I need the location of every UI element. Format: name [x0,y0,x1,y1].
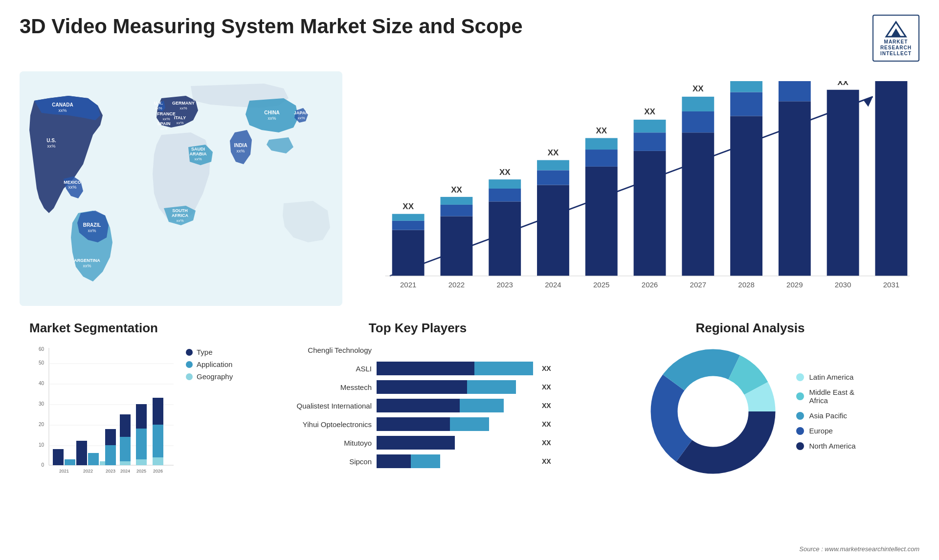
bar-seg [377,436,455,450]
svg-marker-1 [891,28,901,37]
bar-seg [377,399,460,412]
svg-text:2023: 2023 [106,469,115,474]
svg-text:xx%: xx% [162,117,170,121]
regional-title: Regional Analysis [591,321,910,336]
svg-text:2025: 2025 [593,280,609,289]
svg-text:SOUTH: SOUTH [172,208,188,213]
legend-asia-pacific: Asia Pacific [796,411,855,420]
svg-rect-78 [779,81,811,101]
segmentation-section: Market Segmentation 0 10 20 30 40 50 60 [20,316,254,521]
svg-text:XX: XX [837,81,849,87]
legend-north-america: North America [796,442,855,450]
svg-text:SAUDI: SAUDI [191,147,205,151]
bottom-section: Market Segmentation 0 10 20 30 40 50 60 [20,316,919,521]
player-bar [377,399,533,412]
svg-text:0: 0 [41,462,44,468]
svg-rect-39 [392,214,425,221]
mea-dot [796,392,804,400]
svg-text:2026: 2026 [642,280,658,289]
svg-rect-68 [682,111,714,132]
player-bar [377,362,533,375]
svg-rect-102 [53,449,64,465]
svg-text:MEXICO: MEXICO [64,180,81,185]
player-bar [377,380,533,394]
svg-text:JAPAN: JAPAN [294,110,309,115]
north-america-dot [796,442,804,450]
source-text: Source : www.marketresearchintellect.com [799,545,919,553]
bar-seg [377,362,474,375]
player-name: Yihui Optoelectronics [279,420,372,429]
player-bar [377,343,533,357]
page-title: 3D Video Measuring System Market Size an… [20,15,523,38]
svg-rect-118 [136,459,147,465]
players-section: Top Key Players Chengli Technology ASLI … [269,316,566,521]
svg-rect-64 [634,120,666,132]
player-name: Messtech [279,383,372,391]
players-title: Top Key Players [279,321,557,336]
svg-rect-42 [441,216,473,276]
svg-rect-62 [634,151,666,276]
bar-seg [460,399,504,412]
bar-seg [467,380,516,394]
svg-rect-63 [634,132,666,151]
svg-text:xx%: xx% [268,116,276,121]
legend-mea: Middle East &Africa [796,388,855,405]
player-value: XX [542,457,557,465]
svg-text:2030: 2030 [835,280,851,289]
player-bar [377,454,533,468]
svg-rect-106 [88,453,99,465]
north-america-label: North America [809,442,855,450]
svg-text:2023: 2023 [496,280,513,289]
bar-seg [377,380,467,394]
regional-legend: Latin America Middle East &Africa Asia P… [796,373,855,450]
svg-rect-74 [730,81,762,92]
player-row-qualistest: Qualistest International XX [279,399,557,412]
regional-section: Regional Analysis [581,316,919,521]
svg-rect-53 [537,170,569,185]
svg-rect-49 [489,179,521,189]
header: 3D Video Measuring System Market Size an… [20,15,919,62]
bar-seg [377,454,411,468]
donut-chart [645,343,782,480]
asia-pacific-dot [796,412,804,420]
svg-rect-69 [682,97,714,111]
svg-text:AFRICA: AFRICA [172,213,188,218]
svg-text:xx%: xx% [68,185,76,190]
svg-text:ARABIA: ARABIA [190,151,207,156]
svg-text:2027: 2027 [690,280,706,289]
svg-rect-77 [779,101,811,276]
svg-point-129 [680,378,746,445]
svg-text:SPAIN: SPAIN [157,121,171,126]
page: 3D Video Measuring System Market Size an… [0,0,939,560]
svg-text:10: 10 [39,442,45,448]
latin-america-dot [796,373,804,381]
player-name: ASLI [279,365,372,373]
player-name: Mitutoyo [279,439,372,447]
svg-rect-52 [537,185,569,276]
svg-rect-67 [682,132,714,276]
europe-label: Europe [809,427,832,435]
svg-rect-48 [489,189,521,201]
svg-text:xx%: xx% [236,149,245,153]
player-row-yihui: Yihui Optoelectronics XX [279,417,557,431]
svg-text:U.K.: U.K. [154,101,163,106]
svg-text:FRANCE: FRANCE [157,111,176,116]
svg-rect-84 [875,81,907,276]
bar-seg [411,454,440,468]
svg-text:20: 20 [39,422,45,427]
svg-text:xx%: xx% [179,106,187,110]
geography-label: Geography [197,372,233,381]
latin-america-label: Latin America [809,373,853,381]
svg-text:30: 30 [39,401,45,407]
svg-rect-44 [441,197,473,205]
svg-text:2024: 2024 [545,280,561,289]
svg-rect-38 [392,221,425,230]
player-row-chengli: Chengli Technology [279,343,557,357]
player-bar [377,436,533,450]
bar-seg [450,417,489,431]
svg-rect-105 [76,441,87,465]
legend-item-type: Type [186,348,233,356]
segmentation-chart: 0 10 20 30 40 50 60 2021 [29,343,176,480]
player-row-messtech: Messtech XX [279,380,557,394]
svg-text:xx%: xx% [176,121,183,125]
